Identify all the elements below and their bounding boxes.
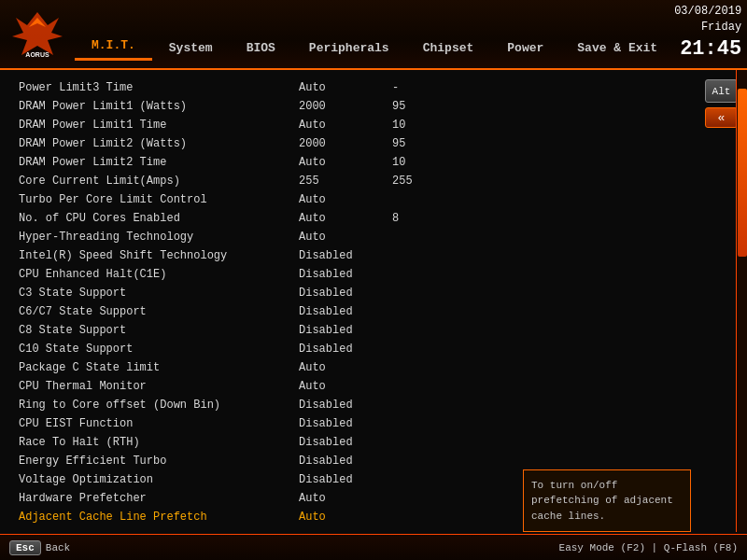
- setting-name-10: CPU Enhanced Halt(C1E): [19, 268, 299, 281]
- setting-extra-2: 10: [392, 119, 448, 132]
- settings-row-13[interactable]: C8 State SupportDisabled: [19, 322, 677, 339]
- setting-name-5: Core Current Limit(Amps): [19, 175, 299, 188]
- back-chevron-button[interactable]: «: [705, 107, 738, 128]
- nav-chipset[interactable]: Chipset: [406, 35, 491, 61]
- settings-row-14[interactable]: C10 State SupportDisabled: [19, 341, 677, 357]
- time-display: 21:45: [674, 35, 741, 64]
- settings-row-12[interactable]: C6/C7 State SupportDisabled: [19, 303, 677, 320]
- description-box: To turn on/off prefetching of adjacent c…: [523, 469, 691, 533]
- setting-value-19: Disabled: [299, 436, 392, 449]
- header: AORUS M.I.T. System BIOS Peripherals Chi…: [0, 0, 747, 70]
- settings-row-16[interactable]: CPU Thermal MonitorAuto: [19, 378, 677, 395]
- setting-value-17: Disabled: [299, 399, 392, 412]
- setting-value-7: Auto: [299, 212, 392, 225]
- setting-value-2: Auto: [299, 119, 392, 132]
- setting-name-14: C10 State Support: [19, 343, 299, 356]
- setting-name-11: C3 State Support: [19, 287, 299, 300]
- nav-power[interactable]: Power: [490, 35, 560, 61]
- setting-name-20: Energy Efficient Turbo: [19, 455, 299, 468]
- settings-panel: Power Limit3 TimeAuto-DRAM Power Limit1 …: [0, 70, 696, 532]
- aorus-logo: AORUS: [12, 8, 63, 60]
- setting-value-21: Disabled: [299, 473, 392, 486]
- setting-value-18: Disabled: [299, 417, 392, 430]
- setting-value-16: Auto: [299, 380, 392, 393]
- description-text: To turn on/off prefetching of adjacent c…: [531, 480, 673, 522]
- setting-value-20: Disabled: [299, 455, 392, 468]
- settings-row-17[interactable]: Ring to Core offset (Down Bin)Disabled: [19, 397, 677, 413]
- setting-value-14: Disabled: [299, 343, 392, 356]
- main-content: Power Limit3 TimeAuto-DRAM Power Limit1 …: [0, 70, 747, 532]
- nav-mit[interactable]: M.I.T.: [75, 33, 152, 61]
- nav-menu: M.I.T. System BIOS Peripherals Chipset P…: [75, 0, 674, 68]
- setting-name-23: Adjacent Cache Line Prefetch: [19, 511, 299, 524]
- setting-extra-3: 95: [392, 137, 448, 150]
- setting-name-4: DRAM Power Limit2 Time: [19, 156, 299, 169]
- setting-value-4: Auto: [299, 156, 392, 169]
- setting-value-8: Auto: [299, 231, 392, 244]
- day-display: Friday: [674, 20, 741, 35]
- setting-name-6: Turbo Per Core Limit Control: [19, 193, 299, 206]
- setting-name-16: CPU Thermal Monitor: [19, 380, 299, 393]
- settings-row-11[interactable]: C3 State SupportDisabled: [19, 285, 677, 301]
- settings-row-19[interactable]: Race To Halt (RTH)Disabled: [19, 434, 677, 451]
- alt-button[interactable]: Alt: [705, 79, 738, 103]
- setting-value-13: Disabled: [299, 324, 392, 337]
- scrollbar-track[interactable]: [736, 70, 747, 532]
- settings-row-18[interactable]: CPU EIST FunctionDisabled: [19, 415, 677, 432]
- settings-row-6[interactable]: Turbo Per Core Limit ControlAuto: [19, 191, 677, 208]
- settings-row-20[interactable]: Energy Efficient TurboDisabled: [19, 453, 677, 469]
- setting-value-22: Auto: [299, 492, 392, 505]
- setting-value-6: Auto: [299, 193, 392, 206]
- esc-key[interactable]: Esc: [9, 540, 41, 555]
- settings-row-15[interactable]: Package C State limitAuto: [19, 359, 677, 376]
- setting-name-2: DRAM Power Limit1 Time: [19, 119, 299, 132]
- setting-extra-7: 8: [392, 212, 448, 225]
- setting-value-5: 255: [299, 175, 392, 188]
- setting-name-12: C6/C7 State Support: [19, 305, 299, 318]
- setting-name-15: Package C State limit: [19, 361, 299, 374]
- setting-value-3: 2000: [299, 137, 392, 150]
- setting-name-17: Ring to Core offset (Down Bin): [19, 399, 299, 412]
- setting-name-8: Hyper-Threading Technology: [19, 231, 299, 244]
- setting-name-18: CPU EIST Function: [19, 417, 299, 430]
- svg-text:AORUS: AORUS: [25, 51, 49, 58]
- setting-value-10: Disabled: [299, 268, 392, 281]
- nav-save-exit[interactable]: Save & Exit: [560, 35, 674, 61]
- nav-system[interactable]: System: [152, 35, 230, 61]
- nav-bios[interactable]: BIOS: [230, 35, 292, 61]
- scrollbar-thumb[interactable]: [738, 89, 747, 257]
- setting-value-12: Disabled: [299, 305, 392, 318]
- esc-button-group[interactable]: Esc Back: [9, 540, 70, 555]
- settings-row-10[interactable]: CPU Enhanced Halt(C1E)Disabled: [19, 266, 677, 283]
- settings-row-5[interactable]: Core Current Limit(Amps)255255: [19, 173, 677, 189]
- settings-row-4[interactable]: DRAM Power Limit2 TimeAuto10: [19, 154, 677, 171]
- settings-row-7[interactable]: No. of CPU Cores EnabledAuto8: [19, 210, 677, 227]
- setting-name-7: No. of CPU Cores Enabled: [19, 212, 299, 225]
- settings-row-8[interactable]: Hyper-Threading TechnologyAuto: [19, 229, 677, 245]
- back-label: Back: [46, 542, 70, 553]
- setting-extra-1: 95: [392, 100, 448, 113]
- setting-value-1: 2000: [299, 100, 392, 113]
- setting-value-15: Auto: [299, 361, 392, 374]
- setting-name-22: Hardware Prefetcher: [19, 492, 299, 505]
- settings-row-9[interactable]: Intel(R) Speed Shift TechnologyDisabled: [19, 247, 677, 264]
- datetime: 03/08/2019 Friday 21:45: [674, 4, 747, 63]
- setting-value-23: Auto: [299, 511, 392, 524]
- setting-name-9: Intel(R) Speed Shift Technology: [19, 249, 299, 262]
- settings-row-1[interactable]: DRAM Power Limit1 (Watts)200095: [19, 98, 677, 115]
- setting-name-1: DRAM Power Limit1 (Watts): [19, 100, 299, 113]
- logo-area: AORUS: [0, 0, 75, 69]
- setting-extra-0: -: [392, 81, 448, 94]
- settings-row-0[interactable]: Power Limit3 TimeAuto-: [19, 79, 677, 96]
- nav-peripherals[interactable]: Peripherals: [292, 35, 406, 61]
- settings-row-3[interactable]: DRAM Power Limit2 (Watts)200095: [19, 135, 677, 152]
- footer-shortcuts: Easy Mode (F2) | Q-Flash (F8): [559, 542, 738, 553]
- setting-name-3: DRAM Power Limit2 (Watts): [19, 137, 299, 150]
- setting-value-11: Disabled: [299, 287, 392, 300]
- settings-row-2[interactable]: DRAM Power Limit1 TimeAuto10: [19, 117, 677, 133]
- setting-name-13: C8 State Support: [19, 324, 299, 337]
- setting-name-0: Power Limit3 Time: [19, 81, 299, 94]
- setting-name-19: Race To Halt (RTH): [19, 436, 299, 449]
- setting-extra-5: 255: [392, 175, 448, 188]
- setting-name-21: Voltage Optimization: [19, 473, 299, 486]
